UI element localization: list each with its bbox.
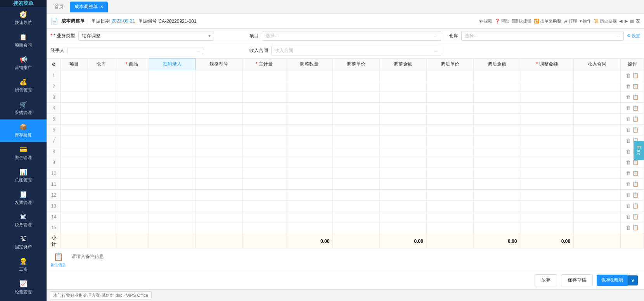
- row-8-adj-total[interactable]: [520, 146, 574, 157]
- sidebar-item-sales-mgmt[interactable]: 💰销售管理: [0, 74, 47, 97]
- row-13-copy-icon[interactable]: 📋: [632, 203, 639, 209]
- row-5-adj-total[interactable]: [520, 114, 574, 125]
- nav-next-btn[interactable]: ▶: [625, 19, 628, 24]
- row-1-project[interactable]: [61, 70, 88, 81]
- save-new-main-button[interactable]: 保存&新增: [597, 275, 628, 286]
- row-7-adj-qty[interactable]: [286, 135, 333, 146]
- date-value[interactable]: 2022-09-21: [111, 18, 135, 24]
- row-11-prev-unit-price[interactable]: [333, 179, 380, 190]
- row-1-adj-unit-price[interactable]: [426, 70, 473, 81]
- row-13-prev-unit-price[interactable]: [333, 201, 380, 211]
- notes-input[interactable]: [70, 252, 640, 261]
- row-4-goods[interactable]: [115, 103, 149, 114]
- tab-cost-adjust[interactable]: 成本调整单 ✕: [70, 2, 108, 12]
- row-2-prev-unit-price[interactable]: [333, 81, 380, 92]
- row-1-warehouse[interactable]: [88, 70, 115, 81]
- row-4-adj-amount[interactable]: [473, 103, 520, 114]
- row-7-warehouse[interactable]: [88, 135, 115, 146]
- row-10-adj-amount[interactable]: [473, 168, 520, 179]
- row-12-income-contract[interactable]: [574, 190, 621, 201]
- row-7-spec[interactable]: [196, 135, 242, 146]
- row-10-prev-amount[interactable]: [380, 168, 427, 179]
- row-10-copy-icon[interactable]: 📋: [632, 170, 639, 176]
- row-10-scan[interactable]: [149, 168, 196, 179]
- row-7-delete-icon[interactable]: 🗑: [626, 138, 631, 144]
- row-7-adj-unit-price[interactable]: [426, 135, 473, 146]
- sidebar-item-tax-mgmt[interactable]: 🏛税务管理: [0, 209, 47, 232]
- row-13-spec[interactable]: [196, 201, 242, 211]
- row-4-prev-unit-price[interactable]: [333, 103, 380, 114]
- row-11-prev-amount[interactable]: [380, 179, 427, 190]
- row-1-scan[interactable]: [149, 70, 196, 81]
- row-7-adj-amount[interactable]: [473, 135, 520, 146]
- settings-btn[interactable]: ⚙ 设置: [627, 33, 640, 39]
- row-12-spec[interactable]: [196, 190, 242, 201]
- row-6-adj-total[interactable]: [520, 125, 574, 135]
- row-14-copy-icon[interactable]: 📋: [632, 214, 639, 220]
- row-4-project[interactable]: [61, 103, 88, 114]
- row-8-project[interactable]: [61, 146, 88, 157]
- col-scan-header[interactable]: 扫码录入: [149, 59, 196, 70]
- row-15-unit[interactable]: [242, 222, 286, 233]
- close-button[interactable]: ✕: [635, 17, 640, 24]
- row-3-warehouse[interactable]: [88, 92, 115, 103]
- row-14-project[interactable]: [61, 211, 88, 222]
- discard-button[interactable]: 放弃: [535, 274, 557, 286]
- row-12-copy-icon[interactable]: 📋: [632, 192, 639, 198]
- row-9-delete-icon[interactable]: 🗑: [626, 159, 631, 165]
- row-10-income-contract[interactable]: [574, 168, 621, 179]
- row-15-adj-unit-price[interactable]: [426, 222, 473, 233]
- history-btn[interactable]: 📜 历史票据: [594, 18, 617, 24]
- row-8-prev-unit-price[interactable]: [333, 146, 380, 157]
- row-15-prev-unit-price[interactable]: [333, 222, 380, 233]
- row-14-warehouse[interactable]: [88, 211, 115, 222]
- col-settings-header[interactable]: ⚙: [47, 59, 61, 70]
- review-btn[interactable]: 🔁 按单采购整: [534, 18, 561, 24]
- row-12-scan[interactable]: [149, 190, 196, 201]
- row-5-scan[interactable]: [149, 114, 196, 125]
- income-contract-dots[interactable]: ...: [434, 48, 437, 53]
- sidebar-item-inventory[interactable]: 📦库存核算: [0, 119, 47, 142]
- row-15-warehouse[interactable]: [88, 222, 115, 233]
- row-12-adj-total[interactable]: [520, 190, 574, 201]
- row-1-income-contract[interactable]: [574, 70, 621, 81]
- row-13-adj-total[interactable]: [520, 201, 574, 211]
- row-14-prev-unit-price[interactable]: [333, 211, 380, 222]
- row-10-delete-icon[interactable]: 🗑: [626, 170, 631, 176]
- sidebar-item-sales-promo[interactable]: 📢营销推广: [0, 52, 47, 74]
- row-5-warehouse[interactable]: [88, 114, 115, 125]
- row-12-prev-unit-price[interactable]: [333, 190, 380, 201]
- row-1-prev-amount[interactable]: [380, 70, 427, 81]
- row-5-spec[interactable]: [196, 114, 242, 125]
- row-5-project[interactable]: [61, 114, 88, 125]
- sidebar-item-quick-nav[interactable]: 🧭快速导航: [0, 7, 47, 29]
- row-10-adj-qty[interactable]: [286, 168, 333, 179]
- row-14-goods[interactable]: [115, 211, 149, 222]
- sidebar-item-operations[interactable]: 📈经营管理: [0, 276, 47, 299]
- row-9-project[interactable]: [61, 157, 88, 168]
- row-8-unit[interactable]: [242, 146, 286, 157]
- row-6-income-contract[interactable]: [574, 125, 621, 135]
- row-8-income-contract[interactable]: [574, 146, 621, 157]
- row-9-prev-amount[interactable]: [380, 157, 427, 168]
- row-7-goods[interactable]: [115, 135, 149, 146]
- row-1-goods[interactable]: [115, 70, 149, 81]
- row-15-project[interactable]: [61, 222, 88, 233]
- row-4-warehouse[interactable]: [88, 103, 115, 114]
- row-9-adj-amount[interactable]: [473, 157, 520, 168]
- row-2-adj-total[interactable]: [520, 81, 574, 92]
- row-9-scan[interactable]: [149, 157, 196, 168]
- row-3-copy-icon[interactable]: 📋: [632, 94, 639, 100]
- row-15-goods[interactable]: [115, 222, 149, 233]
- row-2-adj-qty[interactable]: [286, 81, 333, 92]
- sidebar-item-project-contract[interactable]: 📋项目合同: [0, 29, 47, 52]
- row-1-delete-icon[interactable]: 🗑: [626, 73, 631, 78]
- row-4-delete-icon[interactable]: 🗑: [626, 105, 631, 111]
- row-10-prev-unit-price[interactable]: [333, 168, 380, 179]
- row-3-income-contract[interactable]: [574, 92, 621, 103]
- row-11-goods[interactable]: [115, 179, 149, 190]
- row-12-delete-icon[interactable]: 🗑: [626, 192, 631, 198]
- sidebar-item-invoice-mgmt[interactable]: 🧾发票管理: [0, 187, 47, 209]
- view-btn[interactable]: 👁 视频: [479, 18, 492, 24]
- row-4-unit[interactable]: [242, 103, 286, 114]
